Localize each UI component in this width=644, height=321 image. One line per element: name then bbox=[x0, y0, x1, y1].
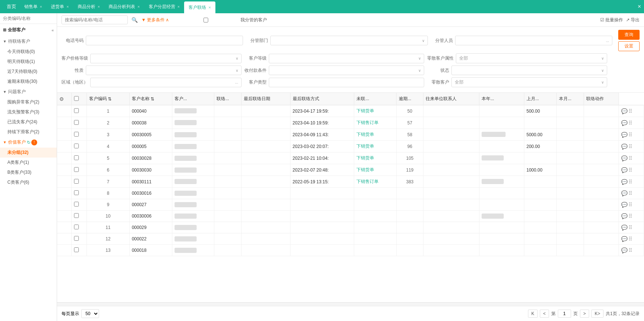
row-select-checkbox[interactable] bbox=[74, 236, 79, 241]
sidebar-item-overdue[interactable]: 逾期未联络(30) bbox=[0, 77, 57, 87]
more-icon[interactable]: ⠿ bbox=[629, 144, 632, 149]
row-select-checkbox[interactable] bbox=[74, 120, 79, 125]
row-checkbox[interactable] bbox=[72, 105, 87, 117]
more-icon[interactable]: ⠿ bbox=[629, 132, 632, 138]
attribute-input[interactable]: 全部 ∨ bbox=[456, 53, 607, 63]
payment-terms-input[interactable]: ∨ bbox=[269, 66, 425, 75]
row-last-method[interactable]: 下销货单 bbox=[354, 141, 396, 152]
row-select-checkbox[interactable] bbox=[74, 247, 79, 252]
all-customers-header[interactable]: ⊞ 全部客户 « bbox=[0, 24, 57, 36]
more-icon[interactable]: ⠿ bbox=[629, 155, 632, 161]
tab-product-analysis[interactable]: 商品分析 × bbox=[73, 0, 104, 13]
comment-icon[interactable]: 💬 bbox=[621, 225, 627, 230]
region-input[interactable]: ... bbox=[90, 78, 242, 87]
horizontal-scrollbar[interactable] bbox=[57, 302, 644, 306]
tab-purchase[interactable]: 进货单 × bbox=[46, 0, 73, 13]
close-all-icon[interactable]: × bbox=[638, 3, 641, 10]
reset-button[interactable]: 设置 bbox=[618, 41, 640, 51]
more-icon[interactable]: ⠿ bbox=[629, 120, 632, 126]
sidebar-item-7days[interactable]: 近7天待联络(0) bbox=[0, 67, 57, 77]
last-page-button[interactable]: K> bbox=[591, 310, 603, 318]
batch-operation-button[interactable]: ☑ 批量操作 bbox=[600, 17, 623, 23]
row-last-method[interactable]: 下销售订单 bbox=[354, 176, 396, 188]
comment-icon[interactable]: 💬 bbox=[621, 155, 627, 161]
comment-icon[interactable]: 💬 bbox=[621, 132, 627, 138]
dept-input[interactable]: ∨ bbox=[270, 36, 427, 45]
page-input[interactable] bbox=[558, 310, 571, 318]
problem-customers-group[interactable]: ▼ 问题客户 bbox=[0, 87, 57, 97]
sidebar-item-today[interactable]: 今天待联络(0) bbox=[0, 47, 57, 57]
row-select-checkbox[interactable] bbox=[74, 155, 79, 160]
close-icon[interactable]: × bbox=[137, 4, 140, 9]
row-select-checkbox[interactable] bbox=[74, 144, 79, 148]
sidebar-item-b-class[interactable]: B类客户(33) bbox=[0, 167, 57, 177]
row-checkbox[interactable] bbox=[72, 245, 87, 256]
last-method-column-header[interactable]: 最后联络方式 bbox=[290, 93, 354, 105]
row-select-checkbox[interactable] bbox=[74, 202, 79, 207]
sidebar-item-churn-warning[interactable]: 流失预警客户(3) bbox=[0, 107, 57, 117]
row-select-checkbox[interactable] bbox=[74, 167, 79, 172]
row-last-method[interactable] bbox=[354, 233, 396, 245]
customer-level-input[interactable]: ∨ bbox=[269, 54, 425, 63]
row-last-method[interactable]: 下销货单 bbox=[354, 105, 396, 117]
more-icon[interactable]: ⠿ bbox=[629, 236, 632, 242]
customer-type-input[interactable] bbox=[269, 78, 425, 87]
sidebar-item-c-class[interactable]: C类客户(6) bbox=[0, 177, 57, 187]
contact-person-column-header[interactable]: 往来单位联系人 bbox=[423, 93, 479, 105]
row-last-method[interactable]: 下销货单 bbox=[354, 164, 396, 176]
more-icon[interactable]: ⠿ bbox=[629, 167, 632, 173]
tab-product-analysis-list[interactable]: 商品分析列表 × bbox=[104, 0, 144, 13]
comment-icon[interactable]: 💬 bbox=[621, 190, 627, 196]
query-button[interactable]: 查询 bbox=[618, 30, 640, 40]
more-icon[interactable]: ⠿ bbox=[629, 213, 632, 219]
prev-page-button[interactable]: < bbox=[540, 310, 549, 318]
home-tab[interactable]: 首页 bbox=[3, 0, 20, 13]
close-icon[interactable]: × bbox=[66, 4, 68, 9]
sidebar-item-tomorrow[interactable]: 明天待联络(1) bbox=[0, 57, 57, 67]
row-select-checkbox[interactable] bbox=[74, 179, 79, 184]
last-date-column-header[interactable]: 最后联络日期 bbox=[241, 93, 290, 105]
nature-input[interactable]: ∨ bbox=[86, 66, 242, 75]
comment-icon[interactable]: 💬 bbox=[621, 213, 627, 219]
type-column-header[interactable]: 客户... bbox=[172, 93, 214, 105]
row-select-checkbox[interactable] bbox=[74, 132, 79, 137]
next-page-button[interactable]: > bbox=[580, 310, 589, 318]
row-checkbox[interactable] bbox=[72, 141, 87, 152]
my-customers-checkbox[interactable] bbox=[173, 18, 239, 22]
row-last-method[interactable]: 下销售订单 bbox=[354, 117, 396, 129]
sidebar-item-declining[interactable]: 持续下滑客户(2) bbox=[0, 127, 57, 137]
code-column-header[interactable]: 客户编码⇅ bbox=[87, 93, 130, 105]
sidebar-item-ungrouped[interactable]: 未分组(32) bbox=[0, 148, 57, 158]
year-amount-column-header[interactable]: 本年... bbox=[479, 93, 524, 105]
more-icon[interactable]: ⠿ bbox=[629, 190, 632, 196]
first-page-button[interactable]: K bbox=[528, 310, 538, 318]
sidebar-item-abnormal[interactable]: 囤购异常客户(2) bbox=[0, 97, 57, 107]
row-last-method[interactable] bbox=[354, 222, 396, 233]
row-last-method[interactable]: 下销货单 bbox=[354, 152, 396, 164]
checkbox-column-header[interactable] bbox=[72, 93, 87, 105]
more-icon[interactable]: ⠿ bbox=[629, 108, 632, 114]
row-checkbox[interactable] bbox=[72, 164, 87, 176]
search-button[interactable]: 🔍 bbox=[131, 17, 138, 23]
row-select-checkbox[interactable] bbox=[74, 213, 79, 218]
tab-customer-segment[interactable]: 客户分层经营 × bbox=[144, 0, 184, 13]
gear-column-header[interactable]: ⚙ bbox=[57, 93, 72, 105]
row-select-checkbox[interactable] bbox=[74, 190, 79, 195]
comment-icon[interactable]: 💬 bbox=[621, 202, 627, 208]
comment-icon[interactable]: 💬 bbox=[621, 108, 627, 114]
sidebar-item-a-class[interactable]: A类客户(1) bbox=[0, 158, 57, 167]
refresh-icon[interactable]: ↻ bbox=[27, 140, 31, 145]
row-last-method[interactable]: 下销货单 bbox=[354, 129, 396, 141]
overdue-column-header[interactable]: 逾期... bbox=[396, 93, 423, 105]
row-checkbox[interactable] bbox=[72, 199, 87, 211]
retail-input[interactable]: 全部 ∨ bbox=[451, 77, 607, 87]
sidebar-search-input[interactable] bbox=[3, 16, 57, 21]
close-icon[interactable]: × bbox=[208, 5, 211, 10]
per-page-select[interactable]: 50 bbox=[81, 309, 99, 318]
row-select-checkbox[interactable] bbox=[74, 225, 79, 229]
row-checkbox[interactable] bbox=[72, 188, 87, 199]
close-icon[interactable]: × bbox=[177, 4, 180, 9]
my-customers-checkbox-label[interactable]: 我分管的客户 bbox=[173, 17, 267, 23]
pending-contact-group[interactable]: ▼ 待联络客户 bbox=[0, 36, 57, 47]
row-checkbox[interactable] bbox=[72, 129, 87, 141]
